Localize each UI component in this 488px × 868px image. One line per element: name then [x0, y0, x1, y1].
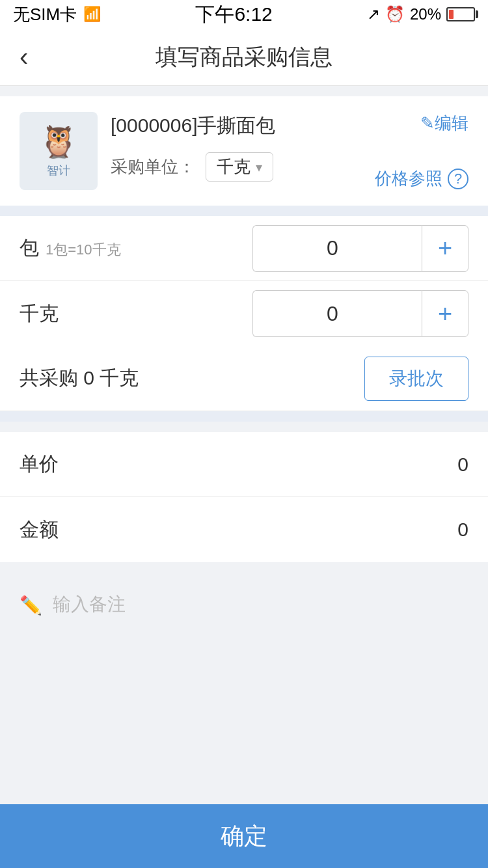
alarm-icon: ⏰ [385, 5, 405, 23]
price-ref-button[interactable]: 价格参照 ? [375, 167, 468, 190]
location-icon: ↗ [367, 5, 380, 23]
unit-value: 千克 [217, 156, 251, 178]
bao-label-text: 包 [20, 235, 39, 262]
battery-icon [446, 7, 475, 21]
carrier-label: 无SIM卡 [13, 3, 77, 26]
kg-plus-button[interactable]: + [422, 290, 468, 337]
product-thumbnail: 🦉 智计 [20, 112, 98, 190]
kg-label-text: 千克 [20, 301, 59, 327]
thumb-text: 智计 [47, 163, 70, 178]
product-card: 🦉 智计 [0000006]手撕面包 采购单位： 千克 ▾ ✎编辑 价格参照 ? [0, 96, 488, 206]
battery-percent: 20% [410, 5, 441, 23]
batch-button[interactable]: 录批次 [364, 357, 468, 401]
section-divider-2 [0, 411, 488, 422]
bao-sub-label: 1包=10千克 [46, 240, 121, 260]
form-section: 包 1包=10千克 + 千克 + [0, 216, 488, 346]
status-bar: 无SIM卡 📶 下午6:12 ↗ ⏰ 20% [0, 0, 488, 29]
edit-button[interactable]: ✎编辑 [420, 112, 468, 135]
price-ref-label: 价格参照 [375, 167, 442, 190]
kg-row: 千克 + [0, 281, 488, 346]
summary-label: 共采购 0 千克 [20, 365, 139, 392]
remark-placeholder: 输入备注 [53, 592, 126, 617]
kg-input-group: + [252, 290, 468, 337]
bao-input-group: + [252, 225, 468, 272]
section-divider-1 [0, 206, 488, 216]
unit-select[interactable]: 千克 ▾ [206, 152, 273, 182]
kg-label: 千克 [20, 301, 124, 327]
unit-price-label: 单价 [20, 451, 59, 478]
battery-fill [449, 10, 454, 19]
confirm-button[interactable]: 确定 [0, 804, 488, 868]
unit-price-row: 单价 0 [0, 432, 488, 497]
bao-row: 包 1包=10千克 + [0, 216, 488, 281]
amount-label: 金额 [20, 517, 59, 543]
owl-icon: 🦉 [39, 124, 78, 160]
price-section: 单价 0 金额 0 [0, 432, 488, 562]
wifi-icon: 📶 [83, 6, 101, 23]
bao-input[interactable] [252, 225, 422, 272]
status-bar-right: ↗ ⏰ 20% [367, 5, 475, 23]
pencil-icon: ✏️ [20, 595, 42, 616]
chevron-down-icon: ▾ [256, 159, 262, 175]
bao-plus-button[interactable]: + [422, 225, 468, 272]
unit-label: 采购单位： [111, 156, 195, 178]
page-body: 🦉 智计 [0000006]手撕面包 采购单位： 千克 ▾ ✎编辑 价格参照 ?… [0, 96, 488, 845]
amount-value: 0 [457, 519, 468, 541]
kg-input[interactable] [252, 290, 422, 337]
bao-label: 包 1包=10千克 [20, 235, 124, 262]
back-button[interactable]: ‹ [20, 42, 28, 72]
summary-row: 共采购 0 千克 录批次 [0, 346, 488, 411]
remark-section[interactable]: ✏️ 输入备注 [0, 573, 488, 781]
time-label: 下午6:12 [195, 1, 272, 28]
amount-row: 金额 0 [0, 497, 488, 562]
nav-bar: ‹ 填写商品采购信息 [0, 29, 488, 86]
price-ref-help-icon: ? [448, 169, 468, 189]
unit-price-value: 0 [457, 454, 468, 476]
page-title: 填写商品采购信息 [156, 42, 332, 72]
product-name: [0000006]手撕面包 [111, 112, 468, 139]
status-bar-left: 无SIM卡 📶 [13, 3, 101, 26]
